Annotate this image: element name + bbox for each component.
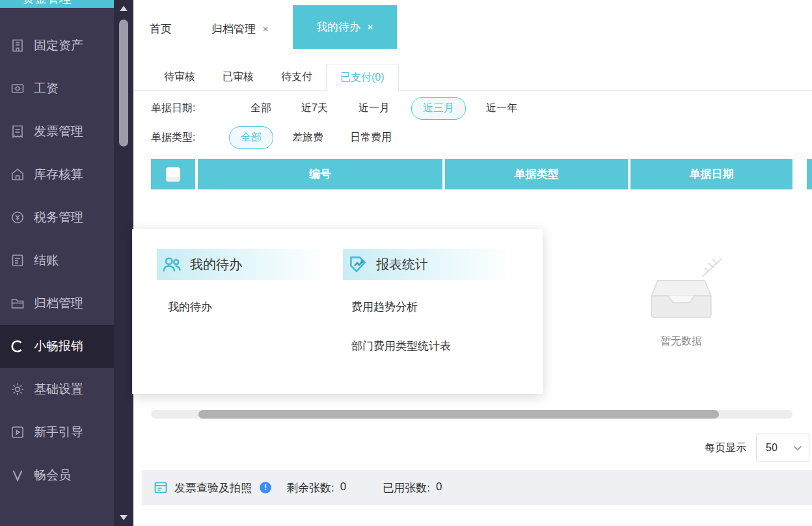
remaining-count: 剩余张数: 0 xyxy=(287,480,346,495)
subtab-paid[interactable]: 已支付(0) xyxy=(326,64,399,91)
scrollbar-thumb[interactable] xyxy=(119,20,128,146)
tab-my-todo[interactable]: 我的待办 × xyxy=(293,5,397,49)
scroll-down-arrow[interactable] xyxy=(114,509,133,526)
app-window: 资金管理 固定资产 工资 发票管理 xyxy=(0,0,812,526)
popup-section-todo: 我的待办 我的待办 xyxy=(157,249,326,339)
sidebar-item-label: 小畅报销 xyxy=(34,338,83,355)
subtab-pending-pay[interactable]: 待支付 xyxy=(267,64,326,91)
date-option-7days[interactable]: 近7天 xyxy=(301,102,328,115)
folder-icon xyxy=(10,296,25,311)
type-option-all-selected[interactable]: 全部 xyxy=(229,126,273,149)
sidebar-item-label: 畅会员 xyxy=(34,467,71,484)
popup-section-title: 报表统计 xyxy=(376,256,428,273)
popup-section-header: 报表统计 xyxy=(343,249,512,280)
subtab-reviewed[interactable]: 已审核 xyxy=(209,64,267,91)
ledger-icon xyxy=(10,253,25,268)
date-option-year[interactable]: 近一年 xyxy=(486,102,517,115)
subtab-pending-review[interactable]: 待审核 xyxy=(150,64,209,91)
table-header-edge xyxy=(807,159,812,189)
popup-section-title: 我的待办 xyxy=(190,256,242,273)
sidebar-item-guide[interactable]: 新手引导 xyxy=(0,411,114,454)
table-header: 编号 单据类型 单据日期 xyxy=(151,159,812,189)
sidebar-item-closing[interactable]: 结账 xyxy=(0,239,114,282)
type-filter-label: 单据类型: xyxy=(151,131,213,145)
horizontal-scrollbar-thumb[interactable] xyxy=(198,410,719,419)
popup-item-my-todo[interactable]: 我的待办 xyxy=(168,299,326,314)
tab-label: 我的待办 xyxy=(316,20,360,35)
v-member-icon xyxy=(10,467,25,483)
sidebar-scrollbar xyxy=(114,0,133,526)
horizontal-scrollbar xyxy=(151,410,792,419)
tab-bar: 首页 归档管理 × 我的待办 × xyxy=(133,0,812,64)
popup-item-list: 费用趋势分析 部门费用类型统计表 xyxy=(343,299,512,353)
sidebar-item-invoice-mgmt[interactable]: 发票管理 xyxy=(0,110,114,153)
scroll-up-arrow[interactable] xyxy=(114,0,133,17)
sidebar-item-settings[interactable]: 基础设置 xyxy=(0,368,114,411)
popup-item-dept-expense-table[interactable]: 部门费用类型统计表 xyxy=(351,339,512,353)
sidebar-item-label: 发票管理 xyxy=(34,123,83,140)
type-option-daily[interactable]: 日常费用 xyxy=(350,131,392,145)
sidebar-item-label: 税务管理 xyxy=(34,209,83,226)
column-header-date: 单据日期 xyxy=(630,159,792,189)
sidebar-item-fixed-assets[interactable]: 固定资产 xyxy=(0,24,114,67)
tab-archive[interactable]: 归档管理 × xyxy=(211,21,269,36)
date-option-3months-selected[interactable]: 近三月 xyxy=(411,97,466,120)
play-guide-icon xyxy=(10,424,25,440)
close-icon[interactable]: × xyxy=(262,23,269,36)
tab-home[interactable]: 首页 xyxy=(150,21,172,36)
type-filter-row: 单据类型: 全部 差旅费 日常费用 xyxy=(151,123,812,152)
used-count: 已用张数: 0 xyxy=(383,480,442,495)
sidebar-item-label: 库存核算 xyxy=(34,166,83,183)
remaining-value: 0 xyxy=(340,480,346,495)
status-subtabs: 待审核 已审核 待支付 已支付(0) xyxy=(133,64,812,91)
invoice-scan-icon xyxy=(153,480,169,495)
gear-icon xyxy=(10,381,25,397)
main-content: 首页 归档管理 × 我的待办 × 待审核 已审核 待支付 已支付(0) 单据日期… xyxy=(133,0,812,526)
empty-state: 暂无数据 xyxy=(626,255,737,348)
sidebar-item-tax[interactable]: 税务管理 xyxy=(0,196,114,239)
remaining-label: 剩余张数: xyxy=(287,480,334,495)
sidebar-item-funds[interactable]: 资金管理 xyxy=(0,0,114,8)
salary-card-icon xyxy=(10,81,25,96)
building-icon xyxy=(10,38,25,53)
select-all-checkbox[interactable] xyxy=(166,167,180,182)
type-option-travel[interactable]: 差旅费 xyxy=(292,131,323,145)
date-option-all[interactable]: 全部 xyxy=(250,102,271,115)
invoice-check-link[interactable]: 发票查验及拍照 xyxy=(174,480,252,495)
column-header-type: 单据类型 xyxy=(445,159,628,189)
c-logo-icon xyxy=(10,339,25,354)
empty-state-text: 暂无数据 xyxy=(626,335,737,348)
popup-item-list: 我的待办 xyxy=(157,299,326,314)
sidebar-item-salary[interactable]: 工资 xyxy=(0,67,114,110)
tax-coin-icon xyxy=(10,210,25,225)
invoice-check-bar: 发票查验及拍照 ! 剩余张数: 0 已用张数: 0 xyxy=(142,470,812,505)
todo-report-popup: 我的待办 我的待办 报表统计 费用趋势分析 部门费用类型统计表 xyxy=(132,229,543,394)
sidebar-item-label: 固定资产 xyxy=(34,37,83,54)
date-option-month[interactable]: 近一月 xyxy=(359,102,390,115)
info-icon[interactable]: ! xyxy=(260,482,271,493)
page-size-label: 每页显示 xyxy=(705,441,746,455)
empty-box-icon xyxy=(632,255,730,328)
popup-item-expense-trend[interactable]: 费用趋势分析 xyxy=(351,299,512,314)
date-filter-label: 单据日期: xyxy=(151,102,213,115)
chevron-down-icon xyxy=(793,445,802,451)
sidebar-nav: 固定资产 工资 发票管理 库存核算 xyxy=(0,8,114,497)
column-header-number: 编号 xyxy=(198,159,442,189)
invoice-icon xyxy=(10,124,25,139)
sidebar-item-label: 归档管理 xyxy=(34,295,83,312)
tab-label: 归档管理 xyxy=(211,21,256,36)
sidebar-item-inventory[interactable]: 库存核算 xyxy=(0,153,114,196)
sidebar-item-label: 新手引导 xyxy=(34,424,83,441)
filter-panel: 单据日期: 全部 近7天 近一月 近三月 近一年 单据类型: 全部 差旅费 日常… xyxy=(133,91,812,152)
sidebar-item-member[interactable]: 畅会员 xyxy=(0,454,114,497)
close-icon[interactable]: × xyxy=(367,21,373,34)
page-size-select[interactable]: 50 xyxy=(756,434,809,462)
users-icon xyxy=(161,253,183,275)
date-filter-row: 单据日期: 全部 近7天 近一月 近三月 近一年 xyxy=(151,94,812,123)
sidebar-item-archive[interactable]: 归档管理 xyxy=(0,282,114,325)
select-all-cell xyxy=(151,159,195,189)
popup-section-reports: 报表统计 费用趋势分析 部门费用类型统计表 xyxy=(343,249,512,378)
warehouse-icon xyxy=(10,167,25,182)
sidebar-item-expense[interactable]: 小畅报销 xyxy=(0,325,114,368)
used-value: 0 xyxy=(436,480,442,495)
